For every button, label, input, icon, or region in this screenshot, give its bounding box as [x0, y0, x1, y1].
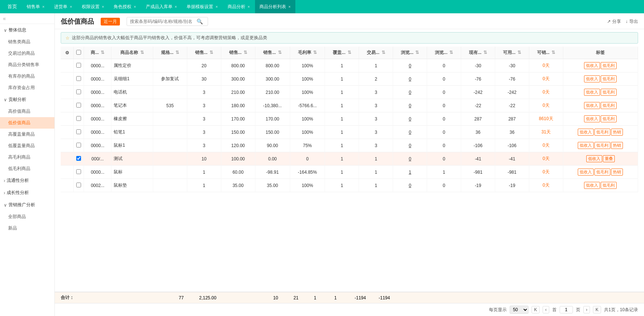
nav-tab-7[interactable]: 商品分析列表 ×	[255, 0, 295, 13]
row-name: 属性定价	[111, 59, 153, 72]
page-number-input[interactable]	[560, 306, 573, 313]
row-amount: 180.00	[221, 99, 255, 112]
row-checkbox[interactable]	[76, 76, 81, 81]
footer-label: 合计：	[61, 295, 74, 301]
table-row: 0000... 属性定价 20 800.00 800.00 100% 1 1 0…	[61, 59, 638, 72]
row-current: -22	[461, 99, 495, 112]
view1-link[interactable]: 0	[409, 103, 411, 108]
close-icon[interactable]: ×	[175, 4, 177, 9]
table-row: 0000... 吴细细1 参加复试 30 300.00 300.00 100% …	[61, 72, 638, 86]
close-icon[interactable]: ×	[215, 4, 218, 9]
view1-link[interactable]: 0	[409, 130, 411, 135]
row-view2: 0	[427, 179, 461, 192]
row-checkbox[interactable]	[76, 183, 81, 187]
sidebar-item-traded-goods[interactable]: 交易过的商品	[0, 48, 54, 59]
row-view2: 0	[427, 112, 461, 126]
nav-tab-6[interactable]: 商品分析 ×	[223, 0, 254, 13]
sidebar-group-contribution[interactable]: ∨ 贡献分析	[0, 94, 54, 106]
tag-badge: 低毛利	[601, 75, 617, 82]
page-title: 低价值商品	[61, 17, 94, 26]
nav-tab-4[interactable]: 产成品入库单 ×	[141, 0, 181, 13]
search-input[interactable]	[130, 19, 197, 24]
period-button[interactable]: 近一月	[101, 18, 120, 26]
row-checkbox[interactable]	[76, 89, 81, 94]
row-available: -41	[495, 152, 529, 166]
sidebar-item-high-value[interactable]: 高价值商品	[0, 106, 54, 117]
nav-tab-5[interactable]: 单据模板设置 ×	[182, 0, 222, 13]
sidebar-group-circulation[interactable]: › 流通性分析	[0, 174, 54, 187]
nav-home[interactable]: 首页	[3, 3, 21, 10]
close-icon[interactable]: ×	[70, 4, 72, 9]
collapse-sidebar-button[interactable]: «	[3, 16, 6, 21]
row-checkbox[interactable]	[76, 103, 81, 108]
view1-link[interactable]: 1	[409, 170, 411, 175]
close-icon[interactable]: ×	[248, 4, 250, 9]
row-checkbox[interactable]	[76, 156, 81, 161]
close-icon[interactable]: ×	[102, 4, 104, 9]
row-amount: 120.00	[221, 139, 255, 152]
sidebar-item-low-value[interactable]: 低价值商品	[0, 117, 54, 129]
row-coverage: 1	[325, 179, 359, 192]
row-days: 0天	[529, 59, 563, 72]
next-page-button[interactable]: ›	[583, 306, 590, 313]
nav-tab-2[interactable]: 权限设置 ×	[77, 0, 108, 13]
sidebar-group-growth[interactable]: › 成长性分析	[0, 187, 54, 199]
prev-page-button[interactable]: ‹	[543, 306, 549, 313]
table-wrapper[interactable]: ⚙ 商... ⇅ 商品名称 ⇅ 规格... ⇅ 销售... ⇅ 销售... ⇅ …	[55, 47, 644, 292]
page-size-select[interactable]: 50 100 200	[510, 306, 529, 314]
close-icon[interactable]: ×	[42, 4, 44, 9]
row-coverage: 1	[325, 112, 359, 126]
view1-link[interactable]: 0	[409, 90, 411, 95]
tag-badge: 低收入	[584, 89, 600, 96]
share-button[interactable]: ↗ 分享	[607, 18, 621, 25]
row-name: 橡皮擦	[111, 112, 153, 126]
row-tags: 低收入低毛利热销	[563, 126, 638, 139]
sidebar-item-stock-goods[interactable]: 有库存的商品	[0, 71, 54, 82]
tag-badge: 低毛利	[601, 89, 617, 96]
export-button[interactable]: ↓ 导出	[625, 18, 638, 25]
view1-link[interactable]: 0	[409, 156, 411, 162]
nav-tab-0[interactable]: 销售单 ×	[22, 0, 49, 13]
row-code: 0000...	[84, 126, 111, 139]
row-checkbox-cell	[74, 59, 84, 72]
close-icon[interactable]: ×	[134, 4, 136, 9]
first-page-button[interactable]: K	[531, 306, 540, 313]
row-transaction: 1	[359, 179, 393, 192]
sidebar-item-low-coverage[interactable]: 低覆盖量商品	[0, 140, 54, 152]
row-checkbox[interactable]	[76, 63, 81, 68]
sidebar-item-high-coverage[interactable]: 高覆盖量商品	[0, 129, 54, 140]
sidebar-group-marketing[interactable]: ∨ 营销推广分析	[0, 199, 54, 211]
col-settings[interactable]: ⚙	[61, 47, 74, 59]
sidebar-item-category-rate[interactable]: 商品分类销售率	[0, 59, 54, 71]
view1-link[interactable]: 0	[409, 63, 411, 68]
sidebar-item-high-margin[interactable]: 高毛利商品	[0, 152, 54, 163]
nav-tab-3[interactable]: 角色授权 ×	[109, 0, 140, 13]
table-row: 0000... 笔记本 535 3 180.00 -10,380... -576…	[61, 99, 638, 112]
row-checkbox[interactable]	[76, 129, 81, 134]
tag-badge: 低收入	[584, 75, 600, 82]
row-name: 测试	[111, 152, 153, 166]
view1-link[interactable]: 0	[409, 143, 411, 148]
nav-tab-1[interactable]: 进货单 ×	[50, 0, 76, 13]
row-view1: 0	[393, 179, 427, 192]
sidebar-item-new-goods[interactable]: 新品	[0, 222, 54, 234]
sidebar-item-sales-goods[interactable]: 销售类商品	[0, 36, 54, 48]
sidebar-item-low-margin[interactable]: 低毛利商品	[0, 163, 54, 174]
row-spec: 参加复试	[153, 72, 187, 86]
last-page-button[interactable]: K	[593, 306, 601, 313]
view1-link[interactable]: 0	[409, 116, 411, 122]
view1-link[interactable]: 0	[409, 77, 411, 82]
view1-link[interactable]: 0	[409, 183, 411, 188]
row-checkbox[interactable]	[76, 169, 81, 174]
footer-view1: 1	[314, 295, 334, 300]
close-icon[interactable]: ×	[288, 4, 291, 9]
row-transaction: 3	[359, 86, 393, 99]
row-sales: 800.00	[255, 59, 290, 72]
row-checkbox[interactable]	[76, 143, 81, 147]
sidebar-item-all-goods[interactable]: 全部商品	[0, 211, 54, 222]
row-checkbox[interactable]	[76, 116, 81, 121]
sidebar-item-stock-capital[interactable]: 库存资金占用	[0, 82, 54, 94]
row-tags: 低收入低毛利	[563, 72, 638, 86]
select-all-checkbox[interactable]	[76, 50, 81, 55]
sidebar-group-overall[interactable]: ∨ 整体信息	[0, 24, 54, 36]
